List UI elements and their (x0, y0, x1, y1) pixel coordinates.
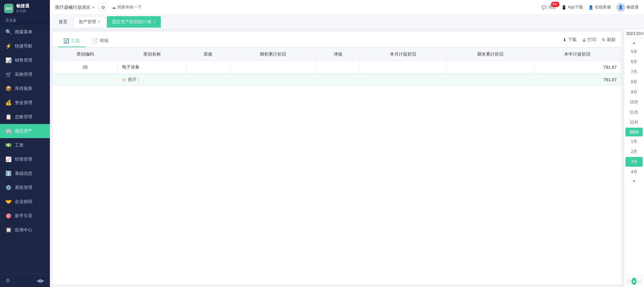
purchase-icon: 🛒 (5, 71, 11, 77)
collapse-footer-icon[interactable]: ◀▶ (36, 278, 44, 284)
subtotal-current-year: 791.67 (534, 73, 621, 86)
subtotal-period-end-accum (447, 73, 534, 86)
sidebar-item-payroll[interactable]: 💵 工资 (0, 138, 50, 152)
topbar-settings-icon[interactable]: ⚙ (98, 3, 108, 12)
summary-icon: 🔄 (63, 38, 69, 43)
cell-initial-accum (229, 61, 316, 73)
depreciation-table: 类别编码 类别名称 原值 期初累计折旧 净值 本月计提折旧 期末累计折旧 本年计… (53, 47, 621, 86)
subtotal-current-month (360, 73, 447, 86)
sidebar-nav: 🔍 搜索菜单 ⚡ 快捷导航 📊 销售管理 🛒 采购管理 📦 库存核算 💰 资金管… (0, 25, 50, 274)
panel-header: 2023.03 ✕ ⛶ (624, 29, 644, 38)
subtotal-initial-accum (229, 73, 316, 86)
sidebar-item-label: 新手引导 (15, 213, 32, 219)
month-item-6[interactable]: 6月 (625, 57, 643, 67)
month-item-2[interactable]: 2月 (625, 147, 643, 157)
subtotal-empty (53, 73, 118, 86)
month-nav-down[interactable]: ▼ (624, 177, 644, 185)
month-item-11[interactable]: 11月 (625, 107, 643, 117)
cell-net-value (316, 61, 360, 73)
month-item-7[interactable]: 7月 (625, 67, 643, 77)
system-icon: ⚙️ (5, 185, 11, 191)
sidebar-item-inventory[interactable]: 📦 库存核算 (0, 82, 50, 96)
online-service-button[interactable]: 👤 在线客服 (588, 4, 611, 10)
sidebar-item-app-center[interactable]: 🔲 应用中心 (0, 223, 50, 237)
subtab-detail-label: 明细 (100, 38, 109, 44)
settings-footer-icon[interactable]: ⚙ (5, 278, 10, 284)
panel-close-icon[interactable]: ✕ (641, 31, 644, 36)
print-icon: 🖨 (582, 37, 586, 42)
tab-depreciation-report[interactable]: 固定资产折旧统计表 × (107, 16, 161, 28)
cell-current-year: 791.67 (534, 61, 621, 73)
sidebar-item-label: 系统管理 (15, 185, 32, 191)
app-subtitle: 好业财 (16, 9, 29, 13)
tab-close-icon[interactable]: × (98, 20, 100, 24)
tab-depreciation-label: 固定资产折旧统计表 (112, 19, 151, 25)
cell-period-end-accum (447, 61, 534, 73)
month-item-10[interactable]: 10月 (625, 97, 643, 107)
col-code: 类别编码 (53, 48, 118, 61)
tab-home[interactable]: 首页 (54, 16, 72, 28)
sidebar-item-search[interactable]: 🔍 搜索菜单 (0, 25, 50, 39)
service-icon: 👤 (588, 5, 593, 10)
month-item-3[interactable]: 3月 (625, 157, 643, 167)
sidebar-item-purchase[interactable]: 🛒 采购管理 (0, 67, 50, 82)
panel-title: 2023.03 (626, 31, 641, 36)
company-name: 医疗器械行业演示 (55, 4, 90, 10)
sidebar-item-finance[interactable]: 💰 资金管理 (0, 96, 50, 110)
operations-icon: 📈 (5, 156, 11, 162)
sidebar-item-guide[interactable]: 🎯 新手引导 (0, 209, 50, 223)
sidebar-item-label: 应用中心 (15, 227, 32, 233)
month-item-1[interactable]: 1月 (625, 137, 643, 147)
sidebar: AtA 畅捷通 好业财 普及版 🔍 搜索菜单 ⚡ 快捷导航 📊 销售管理 🛒 采… (0, 0, 50, 287)
panel-next-icon[interactable]: ▷ (637, 278, 642, 285)
sidebar-item-label: 固定资产 (15, 128, 32, 134)
app-center-icon: 🔲 (5, 227, 11, 233)
refresh-button[interactable]: ↻ 刷新 (602, 37, 616, 43)
month-item-4[interactable]: 4月 (625, 167, 643, 177)
sidebar-item-label: 搜索菜单 (15, 29, 32, 35)
sidebar-item-fixed-assets[interactable]: 🏢 固定资产 (0, 124, 50, 138)
inventory-icon: 📦 (5, 86, 11, 92)
sidebar-item-quick-nav[interactable]: ⚡ 快捷导航 (0, 39, 50, 53)
sidebar-footer: ⚙ ◀▶ (0, 274, 50, 287)
subtotal-net-value (316, 73, 360, 86)
avatar: 👤 (616, 3, 625, 12)
messages-badge: 99+ (551, 2, 559, 7)
month-item-12[interactable]: 12月 (625, 118, 643, 127)
basic-info-icon: ℹ️ (5, 170, 11, 177)
panel-prev-icon[interactable]: ◁ (626, 278, 632, 285)
sidebar-item-ledger[interactable]: 📋 总账管理 (0, 110, 50, 124)
payroll-icon: 💵 (5, 142, 11, 148)
sidebar-item-basic-info[interactable]: ℹ️ 基础信息 (0, 166, 50, 181)
user-menu[interactable]: 👤 畅捷通 (616, 3, 639, 12)
sidebar-item-system[interactable]: ⚙️ 系统管理 (0, 181, 50, 195)
subtab-summary[interactable]: 🔄 汇总 (58, 35, 85, 47)
subtotal-original (186, 73, 229, 86)
ledger-icon: 📋 (5, 114, 11, 120)
panel-current-icon[interactable]: ● (632, 278, 637, 285)
month-nav-up[interactable]: ▲ (624, 38, 644, 46)
sidebar-item-label: 企业协同 (15, 199, 32, 205)
guide-icon: 🎯 (5, 213, 11, 219)
month-item-9[interactable]: 9月 (625, 87, 643, 97)
main-area: 医疗器械行业演示 ▾ ⚙ ☁ 我要体验一下 💬 消息 99+ 📱 App下载 👤… (50, 0, 644, 287)
messages-button[interactable]: 💬 消息 99+ (542, 4, 556, 10)
tab-asset-mgmt[interactable]: 资产管理 × (73, 16, 105, 28)
logo-icon: AtA (4, 4, 13, 13)
col-current-year: 本年计提折旧 (534, 48, 621, 61)
chevron-down-icon: ▾ (92, 5, 94, 10)
subtab-detail[interactable]: 📄 明细 (87, 35, 114, 47)
sidebar-item-enterprise[interactable]: 🤝 企业协同 (0, 195, 50, 209)
month-item-8[interactable]: 8月 (625, 77, 643, 87)
subtotal-row: ⊞ 合计： 791.67 (53, 73, 621, 86)
download-button[interactable]: ⬇ 下载 (563, 37, 577, 43)
tab-close-active-icon[interactable]: × (153, 20, 156, 24)
search-icon: 🔍 (5, 29, 11, 35)
month-item-5[interactable]: 5月 (625, 47, 643, 57)
print-button[interactable]: 🖨 打印 (582, 37, 596, 43)
app-download-button[interactable]: 📱 App下载 (561, 4, 583, 10)
sidebar-item-operations[interactable]: 📈 经营管理 (0, 152, 50, 166)
company-selector[interactable]: 医疗器械行业演示 ▾ (55, 4, 94, 10)
sidebar-item-sales[interactable]: 📊 销售管理 (0, 53, 50, 67)
experience-button[interactable]: ☁ 我要体验一下 (112, 4, 142, 10)
